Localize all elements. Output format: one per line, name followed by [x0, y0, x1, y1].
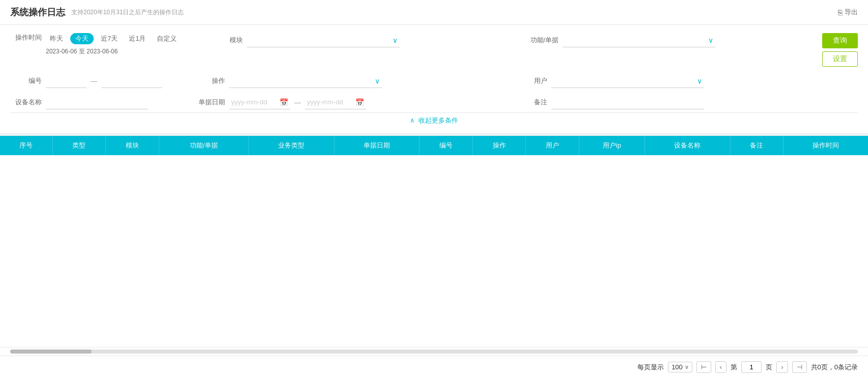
col-user: 用户 — [526, 136, 579, 155]
time-btn-custom[interactable]: 自定义 — [153, 33, 181, 44]
time-btn-yesterday[interactable]: 昨天 — [46, 33, 67, 44]
col-biz-type: 业务类型 — [249, 136, 334, 155]
col-device: 设备名称 — [645, 136, 730, 155]
remark-input[interactable] — [551, 95, 704, 109]
total-info: 共0页，0条记录 — [811, 363, 858, 372]
module-label: 模块 — [211, 36, 247, 45]
data-table: 序号 类型 模块 功能/单据 业务类型 单据日期 编号 操作 用户 用户ip 设… — [0, 136, 868, 308]
col-index: 序号 — [0, 136, 52, 155]
calendar-from-icon: 📅 — [279, 98, 288, 106]
operation-chevron-icon: ∨ — [375, 77, 380, 85]
collapse-up-icon: ∧ — [410, 117, 415, 124]
time-btn-7days[interactable]: 近7天 — [97, 33, 122, 44]
feature-chevron-icon: ∨ — [708, 36, 713, 44]
page-size-select[interactable]: 100 ∨ — [668, 362, 692, 372]
collapse-bar[interactable]: ∧ 收起更多条件 — [10, 112, 858, 128]
time-filter-area: 昨天 今天 近7天 近1月 自定义 2023-06-06 至 2023-06-0… — [46, 33, 181, 56]
col-voucher-date: 单据日期 — [334, 136, 419, 155]
col-remark: 备注 — [730, 136, 783, 155]
header-bar: 系统操作日志 支持2020年10月31日之后产生的操作日志 ⎘ 导出 — [0, 0, 868, 25]
last-page-button[interactable]: ⊣ — [792, 361, 807, 373]
user-select[interactable]: ∨ — [551, 74, 704, 88]
number-label: 编号 — [10, 76, 46, 85]
col-module: 模块 — [106, 136, 159, 155]
export-button[interactable]: ⎘ 导出 — [838, 8, 858, 17]
page-size-chevron-icon: ∨ — [685, 364, 689, 370]
voucher-date-label: 单据日期 — [193, 98, 229, 107]
user-chevron-icon: ∨ — [697, 77, 702, 85]
module-chevron-icon: ∨ — [393, 36, 398, 44]
col-operation: 操作 — [472, 136, 525, 155]
prev-page-button[interactable]: ‹ — [715, 361, 726, 373]
calendar-to-icon: 📅 — [355, 98, 364, 106]
module-select[interactable]: ∨ — [247, 33, 400, 47]
time-btn-today[interactable]: 今天 — [70, 33, 94, 44]
number-from-input[interactable] — [46, 74, 87, 88]
operation-label: 操作 — [193, 76, 229, 85]
time-btn-1month[interactable]: 近1月 — [125, 33, 150, 44]
feature-label: 功能/单据 — [527, 36, 563, 45]
scrollbar-track[interactable] — [10, 350, 858, 354]
col-op-time: 操作时间 — [783, 136, 868, 155]
remark-label: 备注 — [516, 98, 551, 107]
col-type: 类型 — [52, 136, 105, 155]
action-buttons: 查询 设置 — [822, 33, 858, 67]
page-end-label: 页 — [766, 363, 772, 372]
export-icon: ⎘ — [838, 8, 843, 17]
settings-button[interactable]: 设置 — [822, 51, 858, 67]
next-page-button[interactable]: › — [776, 361, 788, 373]
time-range-display: 2023-06-06 至 2023-06-06 — [46, 47, 181, 56]
feature-select[interactable]: ∨ — [563, 33, 715, 47]
col-feature: 功能/单据 — [159, 136, 248, 155]
device-label: 设备名称 — [10, 98, 46, 107]
table-section: 序号 类型 模块 功能/单据 业务类型 单据日期 编号 操作 用户 用户ip 设… — [0, 136, 868, 347]
table-header-row: 序号 类型 模块 功能/单据 业务类型 单据日期 编号 操作 用户 用户ip 设… — [0, 136, 868, 155]
page-number-input[interactable] — [741, 361, 762, 373]
col-user-ip: 用户ip — [579, 136, 645, 155]
time-label: 操作时间 — [10, 33, 46, 42]
page-label: 第 — [731, 363, 737, 372]
query-button[interactable]: 查询 — [822, 33, 858, 48]
scrollbar-thumb[interactable] — [10, 350, 92, 354]
pagination-bar: 每页显示 100 ∨ ⊢ ‹ 第 页 › ⊣ 共0页，0条记录 — [0, 356, 868, 378]
number-to-input[interactable] — [101, 74, 162, 88]
device-input[interactable] — [46, 95, 148, 109]
user-label: 用户 — [516, 76, 551, 85]
horizontal-scrollbar-area[interactable] — [0, 347, 868, 356]
first-page-button[interactable]: ⊢ — [696, 361, 711, 373]
date-from-field[interactable]: yyyy-mm-dd 📅 — [229, 95, 290, 109]
col-number: 编号 — [419, 136, 472, 155]
operation-select[interactable]: ∨ — [229, 74, 382, 88]
page-subtitle: 支持2020年10月31日之后产生的操作日志 — [71, 8, 184, 17]
date-to-field[interactable]: yyyy-mm-dd 📅 — [305, 95, 366, 109]
filter-section: 操作时间 昨天 今天 近7天 近1月 自定义 2023-06-06 至 2023… — [0, 25, 868, 134]
page-title: 系统操作日志 — [10, 6, 65, 18]
page-size-label: 每页显示 — [637, 363, 664, 372]
